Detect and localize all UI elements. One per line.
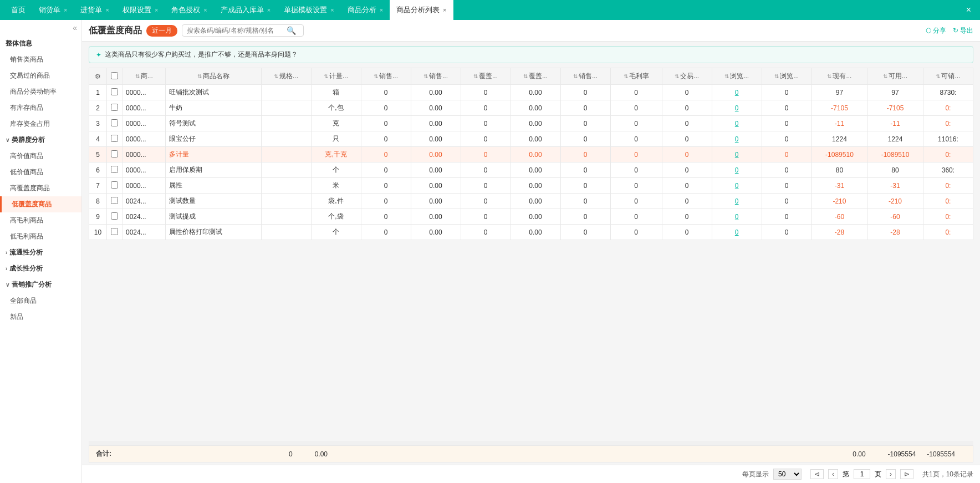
row-checkbox-input[interactable]: [111, 88, 118, 95]
row-checkbox-input[interactable]: [111, 166, 118, 173]
row-checkbox-input[interactable]: [111, 119, 118, 126]
row-checkbox[interactable]: [107, 85, 122, 100]
row-s11: -210: [867, 194, 923, 209]
row-checkbox[interactable]: [107, 147, 122, 162]
row-s3: 0: [461, 178, 511, 194]
row-s8[interactable]: 0: [712, 147, 762, 162]
nav-role[interactable]: 角色授权 ×: [165, 0, 213, 20]
close-icon[interactable]: ×: [203, 7, 207, 13]
row-s8[interactable]: 0: [712, 162, 762, 178]
close-icon[interactable]: ×: [267, 7, 270, 13]
last-page-btn[interactable]: ⊳: [900, 469, 913, 479]
row-checkbox-input[interactable]: [111, 197, 118, 204]
row-num: 8: [89, 194, 107, 209]
close-icon[interactable]: ×: [155, 7, 158, 13]
row-name[interactable]: 属性: [166, 178, 261, 194]
page-size-select[interactable]: 50 100 200: [773, 469, 802, 480]
sidebar-item-stock-fund[interactable]: 库存资金占用: [0, 116, 81, 132]
sidebar-group-growth[interactable]: › 成长性分析: [0, 261, 81, 277]
row-s8[interactable]: 0: [712, 116, 762, 131]
row-checkbox-input[interactable]: [111, 212, 118, 220]
nav-analysis[interactable]: 商品分析 ×: [341, 0, 390, 20]
sidebar-item-high-value[interactable]: 高价值商品: [0, 148, 81, 164]
row-checkbox-input[interactable]: [111, 135, 118, 142]
row-s8[interactable]: 0: [712, 225, 762, 240]
row-name[interactable]: 牛奶: [166, 100, 261, 116]
row-name[interactable]: 符号测试: [166, 116, 261, 131]
row-checkbox[interactable]: [107, 162, 122, 178]
sidebar-group-overall[interactable]: 整体信息: [0, 35, 81, 52]
row-checkbox[interactable]: [107, 116, 122, 131]
nav-analysis-list[interactable]: 商品分析列表 ×: [390, 0, 453, 20]
close-icon[interactable]: ×: [443, 7, 446, 13]
sidebar-group-category[interactable]: ∨ 类群度分析: [0, 132, 81, 148]
row-name[interactable]: 测试数量: [166, 194, 261, 209]
export-button[interactable]: ↻ 导出: [953, 26, 973, 35]
sidebar-item-all-goods[interactable]: 全部商品: [0, 293, 81, 309]
col-stock3-header: ⇅可销...: [923, 68, 973, 85]
row-checkbox-input[interactable]: [111, 104, 118, 111]
sidebar-item-low-value[interactable]: 低价值商品: [0, 164, 81, 180]
row-s11: 97: [867, 85, 923, 100]
sidebar-item-traded-goods[interactable]: 交易过的商品: [0, 68, 81, 84]
nav-template[interactable]: 单据模板设置 ×: [277, 0, 340, 20]
close-icon[interactable]: ×: [380, 7, 383, 13]
close-icon[interactable]: ×: [330, 7, 334, 13]
sidebar-group-marketing[interactable]: ∨ 营销推广分析: [0, 277, 81, 293]
next-page-btn[interactable]: ›: [886, 469, 896, 479]
row-s8[interactable]: 0: [712, 131, 762, 147]
row-name[interactable]: 启用保质期: [166, 162, 261, 178]
share-button[interactable]: ⬡ 分享: [926, 26, 946, 35]
sidebar-collapse-btn[interactable]: «: [0, 20, 81, 35]
nav-home[interactable]: 首页: [4, 0, 32, 20]
row-s8[interactable]: 0: [712, 194, 762, 209]
prev-page-btn[interactable]: ‹: [828, 469, 838, 479]
sidebar-item-category-rate[interactable]: 商品分类动销率: [0, 84, 81, 100]
sidebar-item-low-margin[interactable]: 低毛利商品: [0, 228, 81, 245]
nav-storage[interactable]: 产成品入库单 ×: [214, 0, 277, 20]
row-s8[interactable]: 0: [712, 178, 762, 194]
col-settings[interactable]: ⚙: [89, 68, 107, 85]
close-all-button[interactable]: ×: [962, 5, 976, 15]
sidebar-item-high-coverage[interactable]: 高覆盖度商品: [0, 180, 81, 196]
row-s8[interactable]: 0: [712, 209, 762, 225]
row-name[interactable]: 旺铺批次测试: [166, 85, 261, 100]
row-name[interactable]: 眼宝公仔: [166, 131, 261, 147]
page-number-input[interactable]: 1: [854, 469, 870, 479]
sidebar-item-new-goods[interactable]: 新品: [0, 309, 81, 325]
row-name[interactable]: 多计量: [166, 147, 261, 162]
nav-purchase[interactable]: 进货单 ×: [74, 0, 115, 20]
row-checkbox-input[interactable]: [111, 181, 118, 189]
close-icon[interactable]: ×: [105, 7, 109, 13]
select-all-checkbox[interactable]: [111, 72, 118, 79]
row-checkbox[interactable]: [107, 194, 122, 209]
col-checkbox[interactable]: [107, 68, 122, 85]
row-name[interactable]: 属性价格打印测试: [166, 225, 261, 240]
row-code: 0000...: [122, 147, 166, 162]
row-checkbox[interactable]: [107, 100, 122, 116]
horizontal-scrollbar[interactable]: [89, 441, 973, 445]
row-s8[interactable]: 0: [712, 85, 762, 100]
search-icon[interactable]: 🔍: [287, 26, 296, 35]
time-filter-btn[interactable]: 近一月: [146, 25, 177, 37]
sidebar-item-stock-goods[interactable]: 有库存商品: [0, 100, 81, 116]
sidebar-group-flow[interactable]: › 流通性分析: [0, 245, 81, 261]
sidebar-item-low-coverage[interactable]: 低覆盖度商品: [0, 196, 81, 212]
search-input[interactable]: [187, 27, 287, 34]
sidebar-item-high-margin[interactable]: 高毛利商品: [0, 212, 81, 228]
row-checkbox[interactable]: [107, 209, 122, 225]
nav-sales[interactable]: 销货单 ×: [32, 0, 74, 20]
row-checkbox[interactable]: [107, 225, 122, 240]
sidebar-item-sales-goods[interactable]: 销售类商品: [0, 52, 81, 68]
row-s8[interactable]: 0: [712, 100, 762, 116]
row-checkbox[interactable]: [107, 178, 122, 194]
row-name[interactable]: 测试提成: [166, 209, 261, 225]
row-checkbox-input[interactable]: [111, 150, 118, 157]
first-page-btn[interactable]: ⊲: [810, 469, 824, 479]
row-s2: 0.00: [411, 209, 461, 225]
row-checkbox-input[interactable]: [111, 228, 118, 235]
settings-icon[interactable]: ⚙: [95, 73, 101, 80]
nav-permission[interactable]: 权限设置 ×: [116, 0, 165, 20]
row-checkbox[interactable]: [107, 131, 122, 147]
close-icon[interactable]: ×: [64, 7, 67, 13]
